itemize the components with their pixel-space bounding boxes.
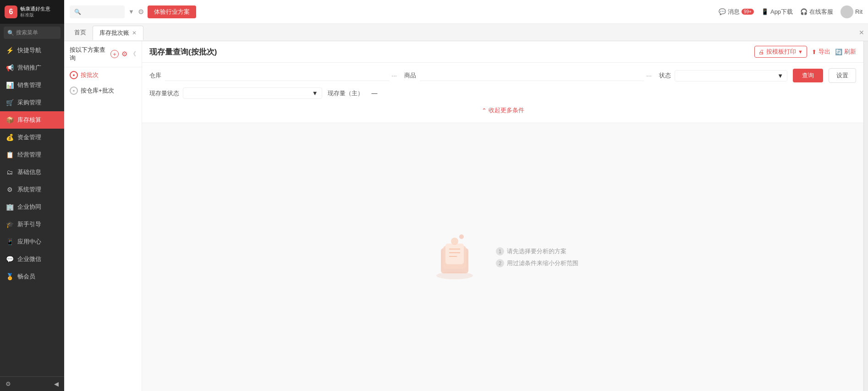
status-label: 状态 [659,71,671,80]
sidebar-item-operation[interactable]: 📋 经营管理 [0,146,64,163]
nav-icon-purchase: 🛒 [5,98,14,107]
app-download-button[interactable]: 📱 App下载 [761,8,793,16]
nav-label-basic: 基础信息 [17,168,41,176]
svg-rect-3 [445,244,464,264]
nav-icon-enterprise: 🏢 [5,203,14,211]
filter-row-2: 现存量状态 ▼ 现存量（主） — [149,87,856,99]
page-header: 现存量查询(按批次) 🖨 按模板打印 ▼ ⬆ 导出 🔄 刷新 [142,41,863,63]
warehouse-more-icon[interactable]: ··· [390,72,399,79]
tab-close-batch-account[interactable]: ✕ [132,30,137,36]
app-download-label: App下载 [770,8,793,16]
nav-label-purchase: 采购管理 [17,98,41,107]
inventory-status-select[interactable]: ▼ [183,87,322,99]
tab-batch-account[interactable]: 库存批次账✕ [93,26,143,40]
inventory-qty-label: 现存量（主） [328,89,363,98]
tabbar: 首页库存批次账✕✕ [64,24,868,41]
sidebar-nav: ⚡ 快捷导航 📢 营销推广 📊 销售管理 🛒 采购管理 📦 库存核算 💰 资金管… [0,42,64,376]
scheme-item-by-warehouse-batch[interactable]: ● 按仓库+批次 [64,83,142,98]
app-logo: 6 [5,5,17,18]
warehouse-filter-group: 仓库 ··· [149,70,399,81]
sidebar-item-newbie[interactable]: 🎓 新手引导 [0,216,64,233]
scheme-icon-by-batch: ● [70,71,78,79]
empty-tips: 1 请先选择要分析的方案 2 用过滤条件来缩小分析范围 [496,247,578,267]
refresh-button[interactable]: 🔄 刷新 [835,48,856,56]
refresh-label: 刷新 [844,48,856,56]
right-panel: 现存量查询(按批次) 🖨 按模板打印 ▼ ⬆ 导出 🔄 刷新 [142,41,863,391]
product-more-icon[interactable]: ··· [644,72,654,79]
status-select[interactable]: ▼ [675,70,787,81]
sidebar-item-purchase[interactable]: 🛒 采购管理 [0,94,64,111]
tab-label-batch-account: 库存批次账 [99,29,129,37]
collapse-panel-icon[interactable]: 《 [130,50,136,58]
sidebar-item-wechat[interactable]: 💬 企业微信 [0,250,64,268]
export-button[interactable]: ⬆ 导出 [812,48,830,56]
sidebar-item-system[interactable]: ⚙ 系统管理 [0,181,64,198]
add-scheme-icon[interactable]: + [110,50,119,58]
product-filter-group: 商品 ··· [404,70,654,81]
status-filter-group: 状态 ▼ [659,70,787,81]
sidebar-item-marketing[interactable]: 📢 营销推广 [0,59,64,76]
nav-label-app-center: 应用中心 [17,238,41,246]
settings-button[interactable]: 设置 [829,68,856,83]
left-panel-actions: + ⚙ 《 [110,50,136,58]
tip-text-1: 请先选择要分析的方案 [507,247,566,255]
product-label: 商品 [404,71,416,80]
settings-icon[interactable]: ⚙ [5,380,11,387]
dropdown-icon[interactable]: ▼ [128,8,134,15]
industry-solution-button[interactable]: 体验行业方案 [148,5,196,18]
sidebar-item-finance[interactable]: 💰 资金管理 [0,129,64,146]
nav-icon-basic: 🗂 [5,168,14,176]
nav-icon-finance: 💰 [5,133,14,141]
nav-label-operation: 经营管理 [17,151,41,159]
nav-label-system: 系统管理 [17,185,41,194]
collapse-icon[interactable]: ◀ [54,380,59,387]
empty-tip-1: 1 请先选择要分析的方案 [496,247,578,255]
nav-icon-app-center: 📱 [5,238,14,246]
inventory-qty-dash: — [367,90,382,97]
nav-icon-marketing: 📢 [5,64,14,72]
nav-icon-newbie: 🎓 [5,220,14,228]
scheme-settings-icon[interactable]: ⚙ [121,50,127,58]
settings-gear-icon[interactable]: ⚙ [138,8,144,16]
tab-home[interactable]: 首页 [68,26,93,39]
sidebar-item-quick-nav[interactable]: ⚡ 快捷导航 [0,42,64,59]
warehouse-input[interactable] [165,70,390,81]
template-print-button[interactable]: 🖨 按模板打印 ▼ [754,46,807,58]
inventory-status-dropdown-icon: ▼ [312,90,318,97]
messages-button[interactable]: 💬 消息 99+ [719,8,754,16]
sidebar-item-enterprise[interactable]: 🏢 企业协同 [0,198,64,216]
content-area: 按以下方案查询 + ⚙ 《 ● 按批次 ● 按仓库+批次 现存量查询(按批次) … [64,41,868,391]
product-input[interactable] [420,70,644,81]
service-icon: 🎧 [800,8,808,15]
sidebar-item-basic[interactable]: 🗂 基础信息 [0,163,64,181]
sidebar: 6 畅康通好生意 标准版 🔍 搜索菜单 ⚡ 快捷导航 📢 营销推广 📊 销售管理… [0,0,64,391]
user-menu[interactable]: Rit [841,5,863,18]
sidebar-item-app-center[interactable]: 📱 应用中心 [0,233,64,250]
nav-label-sales: 销售管理 [17,81,41,89]
sidebar-search[interactable]: 🔍 搜索菜单 [4,27,60,39]
topbar-search[interactable]: 🔍 [70,5,125,18]
empty-tip-2: 2 用过滤条件来缩小分析范围 [496,259,578,267]
nav-label-inventory: 库存核算 [17,116,41,124]
sidebar-item-sales[interactable]: 📊 销售管理 [0,76,64,94]
page-header-actions: 🖨 按模板打印 ▼ ⬆ 导出 🔄 刷新 [754,46,856,58]
messages-badge: 99+ [742,9,754,15]
app-info: 畅康通好生意 标准版 [20,5,50,18]
nav-label-quick-nav: 快捷导航 [17,46,41,54]
topbar: 🔍 ▼ ⚙ 体验行业方案 💬 消息 99+ 📱 App下载 🎧 在线客服 Rit [64,0,868,24]
user-name: Rit [855,8,863,15]
tab-label-home: 首页 [74,28,86,37]
right-scrollbar[interactable] [863,41,868,391]
close-all-tabs-button[interactable]: ✕ [859,29,864,36]
online-service-label: 在线客服 [809,8,833,16]
svg-point-8 [459,234,464,239]
download-icon: 📱 [761,8,769,15]
sidebar-item-inventory[interactable]: 📦 库存核算 [0,111,64,129]
online-service-button[interactable]: 🎧 在线客服 [800,8,833,16]
scheme-item-by-batch[interactable]: ● 按批次 [64,67,142,83]
query-button[interactable]: 查询 [793,69,823,82]
collapse-label: 收起更多条件 [489,106,524,114]
page-title: 现存量查询(按批次) [149,47,217,57]
sidebar-item-member[interactable]: 🏅 畅会员 [0,268,64,285]
collapse-filters-button[interactable]: ⌃ 收起更多条件 [149,103,856,117]
